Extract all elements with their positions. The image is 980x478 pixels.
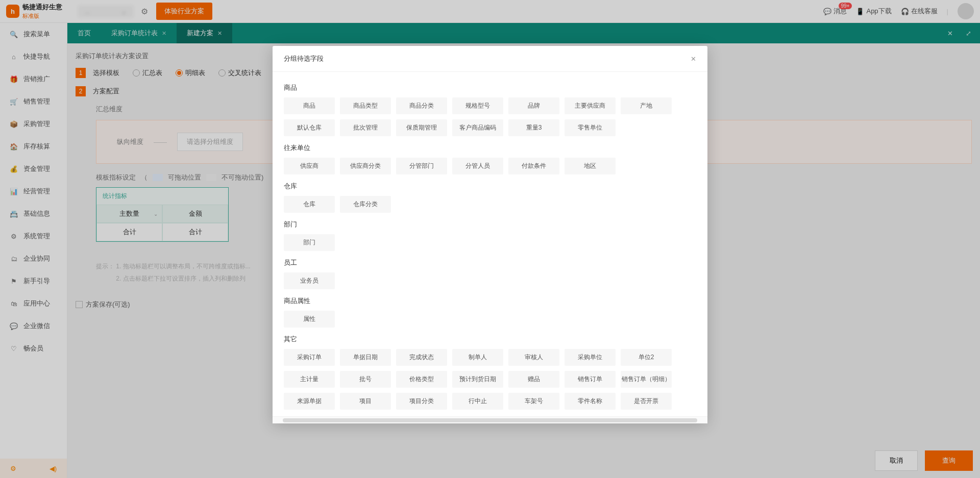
field-group-4: 员工业务员 bbox=[284, 258, 696, 289]
field-chip[interactable]: 仓库 bbox=[284, 196, 335, 213]
field-chip[interactable]: 预计到货日期 bbox=[452, 371, 503, 388]
field-group-5: 商品属性属性 bbox=[284, 296, 696, 328]
field-chip[interactable]: 供应商 bbox=[284, 158, 335, 174]
field-chip[interactable]: 审核人 bbox=[508, 349, 559, 366]
field-group-1: 往来单位供应商供应商分类分管部门分管人员付款条件地区 bbox=[284, 143, 696, 174]
close-icon[interactable]: ✕ bbox=[691, 55, 696, 63]
modal-mask[interactable]: 分组待选字段 ✕ 商品商品商品类型商品分类规格型号品牌主要供应商产地默认仓库批次… bbox=[0, 0, 980, 478]
field-chip[interactable]: 单位2 bbox=[621, 349, 672, 366]
field-chip[interactable]: 制单人 bbox=[452, 349, 503, 366]
field-group-title: 商品属性 bbox=[284, 296, 696, 306]
field-chip[interactable]: 零售单位 bbox=[565, 119, 616, 136]
field-group-3: 部门部门 bbox=[284, 220, 696, 251]
field-group-title: 部门 bbox=[284, 220, 696, 229]
field-chip[interactable]: 采购单位 bbox=[565, 349, 616, 366]
field-chip[interactable]: 行中止 bbox=[452, 393, 503, 410]
field-chip[interactable]: 主要供应商 bbox=[565, 97, 616, 114]
field-group-6: 其它采购订单单据日期完成状态制单人审核人采购单位单位2主计量批号价格类型预计到货… bbox=[284, 335, 696, 410]
field-group-title: 仓库 bbox=[284, 182, 696, 191]
field-chip[interactable]: 完成状态 bbox=[396, 349, 447, 366]
field-chip[interactable]: 付款条件 bbox=[508, 158, 559, 174]
field-group-title: 员工 bbox=[284, 258, 696, 267]
field-chip[interactable]: 分管部门 bbox=[396, 158, 447, 174]
field-chip[interactable]: 批号 bbox=[340, 371, 391, 388]
field-chip[interactable]: 车架号 bbox=[508, 393, 559, 410]
field-chip[interactable]: 商品 bbox=[284, 97, 335, 114]
field-chip[interactable]: 供应商分类 bbox=[340, 158, 391, 174]
field-group-title: 其它 bbox=[284, 335, 696, 344]
field-group-2: 仓库仓库仓库分类 bbox=[284, 182, 696, 213]
field-chip[interactable]: 批次管理 bbox=[340, 119, 391, 136]
field-group-0: 商品商品商品类型商品分类规格型号品牌主要供应商产地默认仓库批次管理保质期管理客户… bbox=[284, 83, 696, 136]
field-chip[interactable]: 重量3 bbox=[508, 119, 559, 136]
field-chip[interactable]: 销售订单 bbox=[565, 371, 616, 388]
field-chip[interactable]: 项目 bbox=[340, 393, 391, 410]
field-chip[interactable]: 保质期管理 bbox=[396, 119, 447, 136]
field-chip[interactable]: 业务员 bbox=[284, 272, 335, 289]
field-chip[interactable]: 赠品 bbox=[508, 371, 559, 388]
field-chip[interactable]: 单据日期 bbox=[340, 349, 391, 366]
field-chip[interactable]: 销售订单（明细） bbox=[621, 371, 672, 388]
field-chip[interactable]: 品牌 bbox=[508, 97, 559, 114]
field-chip[interactable]: 项目分类 bbox=[396, 393, 447, 410]
field-chip[interactable]: 主计量 bbox=[284, 371, 335, 388]
field-chip[interactable]: 是否开票 bbox=[621, 393, 672, 410]
field-chip[interactable]: 采购订单 bbox=[284, 349, 335, 366]
field-chip[interactable]: 仓库分类 bbox=[340, 196, 391, 213]
field-chip[interactable]: 规格型号 bbox=[452, 97, 503, 114]
field-chip[interactable]: 商品类型 bbox=[340, 97, 391, 114]
field-chip[interactable]: 部门 bbox=[284, 234, 335, 251]
field-group-title: 往来单位 bbox=[284, 143, 696, 153]
field-chip[interactable]: 商品分类 bbox=[396, 97, 447, 114]
horizontal-scrollbar[interactable] bbox=[273, 416, 707, 423]
field-group-title: 商品 bbox=[284, 83, 696, 92]
field-chip[interactable]: 零件名称 bbox=[565, 393, 616, 410]
field-chip[interactable]: 价格类型 bbox=[396, 371, 447, 388]
field-chip[interactable]: 来源单据 bbox=[284, 393, 335, 410]
field-chip[interactable]: 分管人员 bbox=[452, 158, 503, 174]
field-picker-modal: 分组待选字段 ✕ 商品商品商品类型商品分类规格型号品牌主要供应商产地默认仓库批次… bbox=[273, 46, 707, 423]
field-chip[interactable]: 默认仓库 bbox=[284, 119, 335, 136]
field-chip[interactable]: 产地 bbox=[621, 97, 672, 114]
field-chip[interactable]: 属性 bbox=[284, 311, 335, 328]
field-chip[interactable]: 客户商品编码 bbox=[452, 119, 503, 136]
field-chip[interactable]: 地区 bbox=[565, 158, 616, 174]
modal-title: 分组待选字段 bbox=[284, 54, 324, 63]
